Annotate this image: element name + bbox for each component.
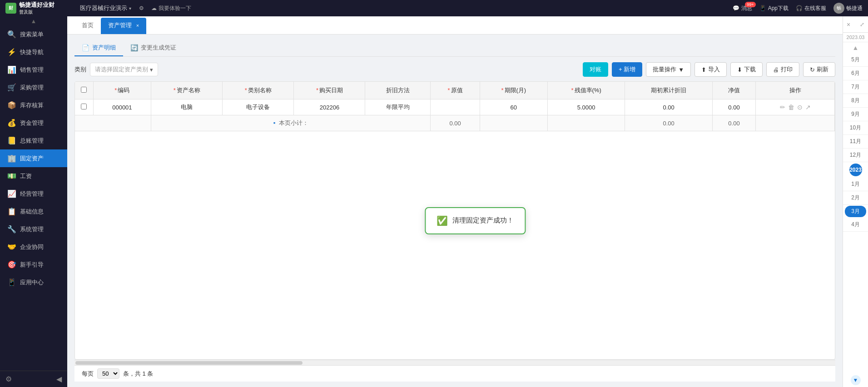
- sidebar-item-inventory[interactable]: 📦 库存核算: [0, 96, 67, 114]
- sidebar-item-payroll[interactable]: 💵 工资: [0, 167, 67, 185]
- app-download-button[interactable]: 📱 App下载: [759, 5, 789, 12]
- subtab-asset-detail[interactable]: 📄 资产明细: [74, 40, 123, 56]
- subtab-change-voucher[interactable]: 🔄 变更生成凭证: [123, 40, 184, 56]
- month-7[interactable]: 7月: [843, 80, 868, 94]
- refresh-button[interactable]: ↻ 刷新: [803, 62, 835, 77]
- month-1[interactable]: 1月: [843, 178, 868, 191]
- month-8[interactable]: 8月: [843, 94, 868, 108]
- message-button[interactable]: 💬 消息 99+: [733, 5, 752, 12]
- delete-icon[interactable]: 🗑: [788, 104, 794, 111]
- month-3-active[interactable]: 3月: [845, 206, 866, 217]
- panel-up-arrow[interactable]: ▲: [843, 42, 868, 53]
- select-all-checkbox[interactable]: [81, 87, 87, 93]
- edit-icon[interactable]: ✏: [780, 104, 785, 111]
- copy-icon[interactable]: ⊙: [797, 104, 803, 111]
- sidebar-scroll-up[interactable]: ▲: [0, 16, 67, 25]
- panel-down-arrow[interactable]: ▼: [843, 373, 868, 387]
- tab-close-icon[interactable]: ×: [136, 23, 139, 28]
- cloud-icon: ☁: [151, 5, 157, 11]
- month-2[interactable]: 2月: [843, 191, 868, 205]
- detail-icon: 📄: [82, 44, 89, 51]
- month-12[interactable]: 12月: [843, 149, 868, 162]
- sidebar: ▲ 🔍 搜索菜单 ⚡ 快捷导航 📊 销售管理 🛒 采购管理 📦 库存核算 💰 资…: [0, 16, 67, 387]
- month-4[interactable]: 4月: [843, 218, 868, 232]
- company-chevron-icon: ▾: [129, 6, 131, 11]
- toolbar-left: 类别 请选择固定资产类别 ▾: [74, 63, 158, 76]
- sidebar-item-finance[interactable]: 💰 资金管理: [0, 114, 67, 132]
- sidebar-label-search: 搜索菜单: [20, 30, 44, 39]
- print-button[interactable]: 🖨 打印: [766, 62, 799, 77]
- filter-category-select[interactable]: 请选择固定资产类别 ▾: [90, 63, 158, 76]
- tab-home-label: 首页: [82, 22, 94, 29]
- sidebar-item-quicknav[interactable]: ⚡ 快捷导航: [0, 43, 67, 61]
- new-label: + 新增: [619, 65, 635, 74]
- batch-button[interactable]: 批量操作 ▼: [646, 62, 691, 77]
- sidebar-label-payroll: 工资: [20, 172, 32, 180]
- per-page-select[interactable]: 50: [97, 368, 119, 379]
- sidebar-item-guide[interactable]: 🎯 新手引导: [0, 256, 67, 273]
- sidebar-item-fixed[interactable]: 🏢 固定资产: [0, 149, 67, 167]
- sales-icon: 📊: [7, 65, 16, 74]
- new-button[interactable]: + 新增: [612, 62, 642, 77]
- inventory-icon: 📦: [7, 101, 16, 109]
- sidebar-item-purchase[interactable]: 🛒 采购管理: [0, 79, 67, 96]
- filter-category-label: 类别: [74, 65, 86, 74]
- subtab-change-voucher-label: 变更生成凭证: [141, 44, 176, 52]
- th-depreciation-method: 折旧方法: [365, 82, 431, 99]
- month-11[interactable]: 11月: [843, 135, 868, 149]
- purchase-icon: 🛒: [7, 83, 16, 92]
- export-button[interactable]: ⬆ 导入: [694, 62, 727, 77]
- year-2023-badge[interactable]: 2023: [849, 164, 862, 176]
- sidebar-item-basic[interactable]: 📋 基础信息: [0, 203, 67, 220]
- sidebar-settings-icon[interactable]: ⚙: [5, 375, 12, 383]
- close-panel-icon[interactable]: ×: [847, 21, 850, 28]
- tab-asset-management[interactable]: 资产管理 ×: [101, 18, 146, 34]
- sidebar-item-operations[interactable]: 📈 经营管理: [0, 185, 67, 203]
- month-6[interactable]: 6月: [843, 67, 868, 80]
- online-service-button[interactable]: 🎧 在线客服: [796, 5, 826, 12]
- guide-icon: 🎯: [7, 260, 16, 269]
- td-period: 60: [480, 99, 547, 115]
- subtotal-row: ▪ 本页小计： 0.00 0.00 0.00: [75, 115, 835, 131]
- sidebar-item-search[interactable]: 🔍 搜索菜单: [0, 25, 67, 43]
- content-area: 首页 资产管理 × 📄 资产明细 🔄 变更生成凭证: [67, 16, 843, 387]
- sidebar-label-basic: 基础信息: [20, 208, 44, 216]
- toast-message: 清理固定资产成功！: [452, 216, 514, 225]
- top-bar-center: 医疗器械行业演示 ▾ ⚙ ☁ 我要体验一下: [73, 2, 733, 15]
- success-toast: ✅ 清理固定资产成功！: [425, 207, 526, 234]
- tab-home[interactable]: 首页: [74, 18, 101, 34]
- settings-button[interactable]: ⚙: [135, 2, 148, 15]
- sidebar-label-apps: 应用中心: [20, 278, 44, 287]
- th-code: *编码: [93, 82, 151, 99]
- export-icon: ⬆: [701, 66, 706, 73]
- user-profile[interactable]: 畅 畅捷通: [833, 3, 863, 14]
- month-9[interactable]: 9月: [843, 108, 868, 121]
- scrollbar-thumb[interactable]: [75, 361, 303, 365]
- panel-down-icon[interactable]: ▼: [851, 375, 861, 385]
- sidebar-item-apps[interactable]: 📱 应用中心: [0, 273, 67, 291]
- horizontal-scrollbar[interactable]: [74, 360, 835, 365]
- more-icon[interactable]: ↗: [805, 104, 811, 111]
- sidebar-item-cooperation[interactable]: 🤝 企业协同: [0, 238, 67, 256]
- table-container: *编码 *资产名称 *类别名称 *购买日期 折旧方法 *原值 *期限(月) *残…: [74, 81, 835, 360]
- company-name: 医疗器械行业演示: [80, 4, 127, 12]
- company-selector[interactable]: 医疗器械行业演示 ▾: [80, 4, 131, 12]
- refresh-label: 刷新: [817, 65, 828, 74]
- sidebar-item-ledger[interactable]: 📒 总账管理: [0, 132, 67, 149]
- row-checkbox[interactable]: [81, 104, 87, 109]
- sidebar-item-system[interactable]: 🔧 系统管理: [0, 220, 67, 238]
- month-5[interactable]: 5月: [843, 53, 868, 67]
- expand-panel-icon[interactable]: ⤢: [860, 21, 864, 28]
- sidebar-collapse-icon[interactable]: ◀: [56, 375, 62, 383]
- experience-button[interactable]: ☁ 我要体验一下: [151, 5, 191, 12]
- sidebar-item-sales[interactable]: 📊 销售管理: [0, 61, 67, 79]
- cooperation-icon: 🤝: [7, 243, 16, 251]
- payroll-icon: 💵: [7, 172, 16, 180]
- month-10[interactable]: 10月: [843, 121, 868, 135]
- app-logo: 财 畅捷通好业财 普及版: [5, 1, 73, 15]
- reconcile-button[interactable]: 对账: [583, 62, 608, 77]
- download-button[interactable]: ⬇ 下载: [730, 62, 763, 77]
- top-bar: 财 畅捷通好业财 普及版 医疗器械行业演示 ▾ ⚙ ☁ 我要体验一下 💬 消息 …: [0, 0, 868, 16]
- sidebar-label-operations: 经营管理: [20, 190, 44, 198]
- td-initial-accumulated: 0.00: [625, 99, 712, 115]
